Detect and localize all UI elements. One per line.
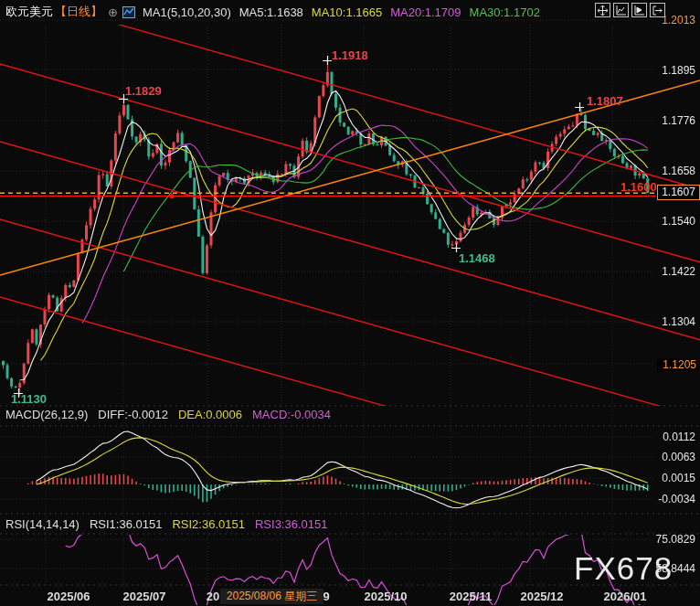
macd-header: MACD(26,12,9) DIFF:-0.0012 DEA:0.0006 MA… xyxy=(5,408,331,421)
price-axis-tick: 1.1658 xyxy=(655,165,697,177)
price-annotation: 1.1918 xyxy=(332,48,368,62)
date-axis-label: 2025/06 xyxy=(48,590,90,603)
price-annotation: 1.1130 xyxy=(11,392,47,406)
exit-icon[interactable] xyxy=(650,3,665,17)
chart-app: 欧元美元 【日线】 ⊕ MA1(5,10,20,30) MA5:1.1638 M… xyxy=(0,0,700,606)
date-axis-label: 9 xyxy=(323,590,329,603)
ma30-value: MA30:1.1702 xyxy=(470,5,540,19)
timeframe-label[interactable]: 【日线】 xyxy=(55,4,102,20)
macd-params-label: MACD(26,12,9) xyxy=(5,408,88,421)
rsi2-value: RSI2:36.0151 xyxy=(172,517,245,531)
price-annotation: 1.1468 xyxy=(459,251,495,265)
ma20-value: MA20:1.1709 xyxy=(390,5,461,19)
chart-canvas[interactable] xyxy=(0,0,700,606)
rsi-params-label: RSI(14,14,14) xyxy=(5,517,80,531)
macd-macd-value: MACD:-0.0034 xyxy=(252,408,331,421)
price-axis-tick: 1.1895 xyxy=(655,64,697,77)
macd-diff-value: DIFF:-0.0012 xyxy=(98,408,168,421)
instrument-title: 欧元美元 xyxy=(5,4,53,20)
rsi1-value: RSI1:36.0151 xyxy=(90,517,163,531)
rsi-header: RSI(14,14,14) RSI1:36.0151 RSI2:36.0151 … xyxy=(5,517,327,531)
price-annotation: 1.1829 xyxy=(125,84,162,98)
macd-axis-tick: 0.0015 xyxy=(655,472,697,484)
add-indicator-icon[interactable]: ⊕ xyxy=(108,5,118,19)
price-annotation: 1.1807 xyxy=(587,94,623,108)
price-annotation: 1.1600 xyxy=(620,180,657,194)
macd-axis-tick: -0.0034 xyxy=(655,493,697,505)
rsi3-value: RSI3:36.0151 xyxy=(255,517,328,531)
price-axis-tick: 1.1304 xyxy=(655,315,697,328)
rsi-axis-tick: 75.0829 xyxy=(655,533,697,546)
chart-type-icon[interactable] xyxy=(122,6,135,18)
macd-dea-value: DEA:0.0006 xyxy=(178,408,242,421)
rsi-axis-tick: 58.8444 xyxy=(655,562,697,575)
crosshair-date-tooltip: 2025/08/06 星期三 xyxy=(220,589,323,604)
ma10-value: MA10:1.1665 xyxy=(312,5,382,19)
price-axis-tick: 1.1540 xyxy=(655,215,697,228)
chart-forward-icon[interactable] xyxy=(631,3,647,17)
chart-toolbar-icons xyxy=(595,3,665,17)
date-axis-label: 2026/01 xyxy=(604,590,647,603)
last-price-label: 1.1607 xyxy=(657,185,700,200)
date-axis-label: 2025/10 xyxy=(365,590,408,603)
price-axis-tick: 1.1776 xyxy=(655,114,697,127)
macd-axis-tick: 0.0063 xyxy=(655,451,697,463)
ma5-value: MA5:1.1638 xyxy=(239,5,303,19)
price-axis-tick: 1.1422 xyxy=(655,265,697,278)
date-axis-label: 2025/12 xyxy=(521,590,564,603)
chart-layout-icon[interactable] xyxy=(613,3,629,17)
macd-axis-tick: 0.0112 xyxy=(655,431,697,443)
date-axis-label: 2025/11 xyxy=(450,590,492,603)
date-axis-label: 2025/07 xyxy=(123,590,166,603)
date-axis-label: 20 xyxy=(207,590,219,603)
range-low-label: 1.1205 xyxy=(657,358,698,371)
pan-tool-icon[interactable] xyxy=(595,3,610,17)
ma-settings-label: MA1(5,10,20,30) xyxy=(143,5,231,19)
